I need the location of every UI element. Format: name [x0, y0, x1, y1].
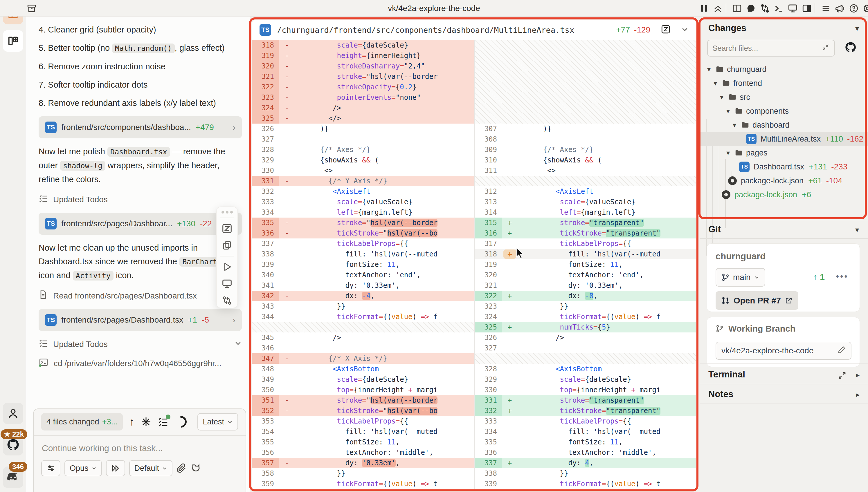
tree-folder-row[interactable]: ▾src	[700, 90, 868, 104]
changes-section-title[interactable]: Changes	[708, 23, 746, 33]
file-chip[interactable]: TSfrontend/src/pages/Dashboard.tsx+1-5›	[39, 309, 242, 331]
diff-marker	[502, 374, 518, 385]
code-line: dx: -4,	[295, 291, 474, 301]
paperclip-icon[interactable]	[177, 463, 186, 473]
expand-icon[interactable]	[838, 371, 846, 381]
more-menu-icon[interactable]: •••	[836, 272, 848, 281]
tree-file-row[interactable]: TSMultiLineArea.tsx+110-162	[700, 132, 868, 146]
code-token: +	[408, 386, 412, 394]
caret-down-icon[interactable]: ▾	[726, 107, 733, 115]
collapse-tree-icon[interactable]	[822, 43, 830, 53]
line-number: 312	[475, 186, 502, 197]
diff-new-side: 331+ stroke="transparent"	[474, 395, 696, 405]
line-number: 333	[475, 416, 502, 426]
triangle-right-icon[interactable]: ▸	[856, 390, 860, 399]
settings-sliders-button[interactable]	[41, 460, 61, 476]
pencil-icon[interactable]	[838, 346, 846, 356]
z-logo-icon[interactable]	[661, 24, 671, 35]
chat-bubble-icon[interactable]	[745, 2, 757, 15]
tree-file-row[interactable]: package-lock.json+6	[700, 188, 868, 202]
z-logo-icon[interactable]	[221, 222, 233, 235]
caret-down-icon[interactable]: ▾	[726, 149, 733, 157]
megaphone-icon[interactable]	[834, 2, 846, 15]
tree-folder-row[interactable]: ▾components	[700, 104, 868, 118]
diff-marker	[502, 134, 518, 145]
monitor-icon[interactable]	[787, 2, 799, 15]
code-token: "transparent"	[589, 219, 644, 227]
todo-row[interactable]: Updated Todos	[39, 194, 242, 205]
tree-folder-row[interactable]: ▾frontend	[700, 76, 868, 90]
discord-icon[interactable]: 346	[3, 466, 23, 488]
search-files-input[interactable]: Search files...	[707, 40, 835, 56]
chevron-down-icon[interactable]	[681, 26, 688, 34]
add-comment-button[interactable]: +	[503, 249, 516, 259]
read-file-row[interactable]: Read frontend/src/pages/Dashboard.tsx	[39, 290, 242, 301]
diff-marker: -	[279, 395, 295, 405]
diff-row: 351- stroke="hsl(var(--border331+ stroke…	[252, 395, 696, 405]
monitor-icon[interactable]	[221, 277, 233, 290]
person-icon[interactable]	[3, 403, 23, 424]
help-icon[interactable]	[848, 2, 860, 15]
code-token: '0.33em'	[585, 281, 619, 290]
kanban-icon[interactable]	[3, 30, 23, 52]
diff-new-side	[474, 61, 696, 71]
archive-icon[interactable]	[26, 2, 38, 15]
tree-folder-row[interactable]: ▾dashboard	[700, 118, 868, 132]
chevrons-up-icon[interactable]	[712, 2, 724, 15]
tree-file-row[interactable]: package-lock.json+61-104	[700, 174, 868, 188]
branch-dropdown[interactable]: main	[715, 268, 765, 287]
caret-down-icon[interactable]: ▾	[707, 65, 714, 73]
caret-down-icon[interactable]: ▾	[720, 93, 727, 101]
file-chip[interactable]: TSfrontend/src/pages/Dashboar...+130-22	[39, 213, 242, 235]
chevron-down-icon[interactable]: ▾	[855, 225, 859, 235]
fast-forward-button[interactable]	[106, 460, 125, 476]
mode-dropdown[interactable]: Default	[129, 460, 173, 476]
arrow-up-icon[interactable]: ↑	[129, 416, 134, 428]
working-branch-input[interactable]: vk/4e2a-explore-the-code	[715, 342, 851, 360]
chevron-down-icon[interactable]: ▾	[855, 24, 859, 33]
code-token: '0.33em'	[362, 459, 396, 467]
diff-marker	[279, 364, 295, 374]
notes-section-title[interactable]: Notes	[708, 389, 733, 399]
play-icon[interactable]	[222, 261, 232, 273]
drag-handle-dots[interactable]	[221, 211, 233, 214]
file-added-count: +61	[808, 176, 822, 186]
pause-icon[interactable]	[698, 2, 710, 15]
github-cat-icon[interactable]	[845, 42, 857, 54]
git-compare-icon[interactable]	[222, 294, 232, 307]
sidebar-right-icon[interactable]	[801, 2, 813, 15]
open-pr-button[interactable]: Open PR #7	[715, 291, 798, 310]
code-line: numTicks={5}	[518, 322, 696, 333]
message-input[interactable]: Continue working on this task...	[34, 436, 245, 453]
code-line: fontSize: 11,	[295, 259, 474, 270]
triangle-right-icon[interactable]: ▸	[856, 370, 860, 379]
terminal-icon[interactable]	[773, 2, 785, 15]
copy-icon[interactable]	[221, 239, 233, 252]
menu-icon[interactable]	[820, 2, 832, 15]
files-changed-chip[interactable]: 4 files changed +3...	[41, 413, 123, 430]
git-compare-icon[interactable]	[759, 2, 771, 15]
code-line: scale={dateScale}	[295, 40, 474, 50]
spark-icon[interactable]	[141, 417, 151, 427]
todo-row[interactable]: Updated Todos	[39, 339, 242, 350]
caret-down-icon[interactable]: ▾	[733, 121, 740, 129]
diff-new-side: 335 fontSize: 11,	[474, 437, 696, 447]
terminal-section-title[interactable]: Terminal	[708, 369, 745, 380]
terminal-command-row[interactable]: cd /private/var/folders/10/h7w0q46556ggr…	[39, 358, 242, 369]
caret-down-icon[interactable]: ▾	[713, 79, 721, 87]
file-chip[interactable]: TSfrontend/src/components/dashboa...+479…	[39, 116, 242, 139]
tree-folder-row[interactable]: ▾pages	[700, 146, 868, 160]
cat-icon[interactable]	[190, 463, 201, 473]
chevron-down-icon[interactable]	[234, 339, 242, 349]
github-icon[interactable]: ★ 22k	[3, 434, 23, 456]
tree-folder-row[interactable]: ▾churnguard	[700, 63, 868, 76]
code-token: {innerHeight}	[366, 52, 421, 60]
gear-icon[interactable]	[862, 2, 868, 15]
version-dropdown[interactable]: Latest	[197, 413, 238, 430]
git-section-title[interactable]: Git	[708, 224, 721, 235]
code-token: {innerHeight	[354, 386, 408, 394]
todo-list-icon[interactable]	[158, 416, 169, 427]
split-panel-icon[interactable]	[731, 2, 743, 15]
model-dropdown[interactable]: Opus	[65, 460, 102, 476]
tree-file-row[interactable]: TSDashboard.tsx+131-233	[700, 160, 868, 174]
